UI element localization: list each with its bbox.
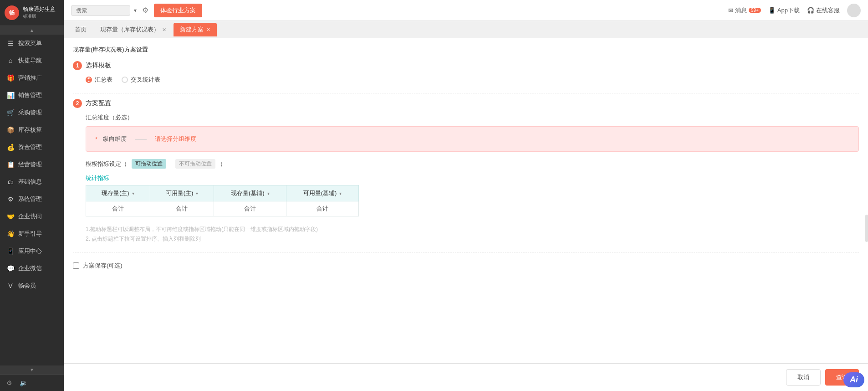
sidebar-item-inventory-label: 库存核算 (18, 126, 42, 134)
experience-button[interactable]: 体验行业方案 (154, 4, 202, 17)
radio-crosstab[interactable]: 交叉统计表 (122, 76, 160, 84)
col-header-3[interactable]: 现存量(基辅) ▾ (214, 185, 286, 201)
sound-icon[interactable]: 🔉 (20, 379, 27, 386)
message-badge: 99+ (749, 8, 761, 13)
sidebar-item-marketing[interactable]: 🎁 营销推广 (0, 69, 64, 87)
step2-header: 2 方案配置 (73, 99, 859, 108)
finance-icon: 💰 (6, 143, 15, 151)
headset-icon: 🎧 (807, 7, 814, 14)
col-2-label: 可用量(主) (166, 189, 194, 197)
basics-icon: 🗂 (6, 178, 15, 186)
sidebar-item-finance[interactable]: 💰 资金管理 (0, 139, 64, 156)
brand-info: 畅康通好生意 标准版 (23, 6, 56, 20)
required-star: * (95, 136, 97, 143)
col-1-chevron[interactable]: ▾ (132, 191, 134, 196)
col-header-2[interactable]: 可用量(主) ▾ (150, 185, 214, 201)
footer-bar: 取消 查询 (64, 363, 868, 391)
cell-4: 合计 (286, 201, 359, 216)
topbar-right: ✉ 消息 99+ 📱 App下载 🎧 在线客服 (728, 4, 861, 17)
tab-inventory-close-icon[interactable]: ✕ (162, 27, 166, 33)
sidebar-scroll-up[interactable]: ▲ (0, 26, 64, 35)
tabbar: 首页 现存量（库存状况表） ✕ 新建方案 ✕ (64, 21, 868, 38)
save-checkbox[interactable] (73, 262, 79, 269)
online-service-button[interactable]: 🎧 在线客服 (807, 6, 840, 15)
sidebar-item-search-menu-label: 搜索菜单 (18, 39, 42, 47)
sidebar-item-member[interactable]: V 畅会员 (0, 277, 64, 294)
sidebar-item-newbie-label: 新手引导 (18, 230, 42, 238)
sidebar-item-sales[interactable]: 📊 销售管理 (0, 87, 64, 104)
sidebar-item-quick-nav-label: 快捷导航 (18, 57, 42, 65)
tab-inventory-status[interactable]: 现存量（库存状况表） ✕ (94, 23, 173, 36)
sidebar-item-inventory[interactable]: 📦 库存核算 (0, 121, 64, 139)
app-download-label: App下载 (777, 6, 800, 15)
app-download-icon: 📱 (768, 7, 776, 14)
step2-title: 方案配置 (86, 99, 111, 108)
col-1-label: 现存量(主) (102, 189, 129, 197)
col-2-chevron[interactable]: ▾ (196, 191, 198, 196)
tab-new-scheme-close-icon[interactable]: ✕ (206, 27, 210, 33)
sidebar-scroll-down[interactable]: ▼ (0, 365, 64, 374)
draggable-badge: 可拖动位置 (132, 159, 166, 169)
dim-placeholder-text[interactable]: 请选择分组维度 (155, 135, 196, 143)
topbar-settings-icon[interactable]: ⚙ (142, 6, 148, 15)
sidebar-item-newbie[interactable]: 👋 新手引导 (0, 225, 64, 242)
online-service-label: 在线客服 (816, 6, 840, 15)
search-input[interactable] (71, 5, 130, 16)
search-dropdown-button[interactable]: ▾ (134, 7, 137, 14)
ai-badge[interactable]: Ai (843, 372, 864, 387)
sidebar-item-member-label: 畅会员 (18, 282, 36, 290)
col-4-chevron[interactable]: ▾ (339, 191, 342, 196)
save-label: 方案保存(可选) (83, 262, 123, 270)
non-draggable-badge: 不可拖动位置 (175, 159, 215, 169)
search-menu-icon: ☰ (6, 39, 15, 47)
sidebar-item-system[interactable]: ⚙ 系统管理 (0, 190, 64, 208)
radio-summary[interactable]: 汇总表 (86, 76, 112, 84)
sidebar-item-operations[interactable]: 📋 经营管理 (0, 156, 64, 173)
radio-summary-label: 汇总表 (95, 76, 112, 84)
radio-crosstab-label: 交叉统计表 (131, 76, 160, 84)
user-avatar[interactable] (847, 4, 861, 17)
step1-header: 1 选择模板 (73, 61, 859, 70)
tip-1: 1.拖动标题栏可以调整布局，不可跨维度或指标区域拖动(只能在同一维度或指标区域内… (86, 226, 859, 233)
inventory-icon: 📦 (6, 126, 15, 134)
sidebar: 畅 畅康通好生意 标准版 ▲ ☰ 搜索菜单 ⌂ 快捷导航 🎁 营销推广 📊 销售… (0, 0, 64, 391)
tab-home[interactable]: 首页 (68, 23, 93, 36)
tab-new-scheme[interactable]: 新建方案 ✕ (174, 23, 217, 36)
col-3-chevron[interactable]: ▾ (267, 191, 270, 196)
main-area: ▾ ⚙ 体验行业方案 ✉ 消息 99+ 📱 App下载 🎧 在线客服 首页 (64, 0, 868, 391)
sidebar-item-cooperation[interactable]: 🤝 企业协同 (0, 208, 64, 225)
app-icon: 📱 (6, 247, 15, 255)
sidebar-item-wechat[interactable]: 💬 企业微信 (0, 260, 64, 277)
template-settings: 模板指标设定（ 可拖动位置 不可拖动位置 ） (86, 159, 859, 169)
app-download-button[interactable]: 📱 App下载 (768, 6, 800, 15)
cell-3: 合计 (214, 201, 286, 216)
sidebar-item-app[interactable]: 📱 应用中心 (0, 242, 64, 260)
col-header-4[interactable]: 可用量(基辅) ▾ (286, 185, 359, 201)
tab-inventory-status-label: 现存量（库存状况表） (100, 26, 159, 34)
dimension-row: * 纵向维度 —— 请选择分组维度 (95, 135, 849, 143)
sidebar-item-finance-label: 资金管理 (18, 143, 42, 151)
message-label: 消息 (735, 6, 747, 15)
sidebar-item-purchase[interactable]: 🛒 采购管理 (0, 104, 64, 121)
right-scrollbar[interactable] (865, 215, 868, 242)
stats-title: 统计指标 (86, 174, 859, 182)
sidebar-item-search-menu[interactable]: ☰ 搜索菜单 (0, 35, 64, 52)
template-radio-group: 汇总表 交叉统计表 (86, 76, 859, 84)
tab-home-label: 首页 (75, 26, 87, 34)
settings-icon[interactable]: ⚙ (6, 379, 12, 386)
message-button[interactable]: ✉ 消息 99+ (728, 6, 761, 15)
sidebar-item-quick-nav[interactable]: ⌂ 快捷导航 (0, 52, 64, 69)
template-settings-close: ） (220, 160, 226, 168)
step1-num: 1 (73, 61, 82, 70)
content-area: 现存量(库存状况表)方案设置 1 选择模板 汇总表 交 (64, 38, 868, 363)
divider1 (73, 93, 859, 93)
col-header-1[interactable]: 现存量(主) ▾ (86, 185, 150, 201)
sidebar-item-basics[interactable]: 🗂 基础信息 (0, 173, 64, 190)
brand: 畅 畅康通好生意 标准版 (0, 0, 64, 26)
cancel-button[interactable]: 取消 (786, 369, 821, 386)
sidebar-item-app-label: 应用中心 (18, 247, 42, 255)
radio-summary-circle (86, 77, 92, 83)
step1-section: 1 选择模板 汇总表 交叉统计表 (73, 61, 859, 84)
pink-dimension-box: * 纵向维度 —— 请选择分组维度 (86, 126, 859, 152)
sidebar-item-wechat-label: 企业微信 (18, 264, 42, 273)
